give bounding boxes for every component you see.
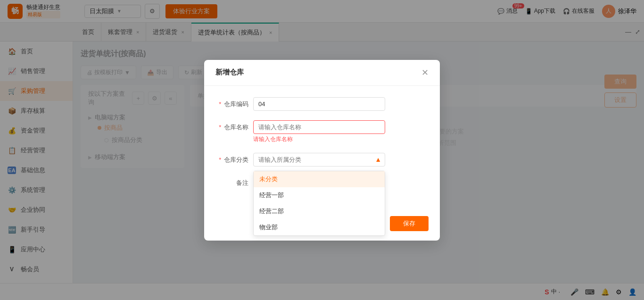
add-warehouse-modal: 新增仓库 ✕ * 仓库编码 * — [204, 60, 440, 241]
dropdown-option-uncategorized[interactable]: 未分类 — [254, 171, 385, 187]
name-input[interactable] — [253, 120, 385, 134]
dropdown-option-dept1[interactable]: 经营一部 — [254, 187, 385, 203]
name-field-row: * 仓库名称 请输入仓库名称 — [215, 120, 429, 143]
dropdown-arrow-icon[interactable]: ▲ — [375, 156, 381, 163]
modal-overlay: 新增仓库 ✕ * 仓库编码 * — [73, 42, 644, 300]
dropdown-option-dept2[interactable]: 经营二部 — [254, 203, 385, 219]
required-star-code: * — [219, 100, 221, 108]
name-label: * 仓库名称 — [215, 120, 253, 132]
category-dropdown: ▲ 未分类 经营一部 经营二部 物业部 — [253, 153, 385, 167]
required-star-category: * — [219, 156, 221, 163]
modal-title: 新增仓库 — [215, 68, 244, 77]
code-label: * 仓库编码 — [215, 97, 253, 108]
main-layout: 🏠 首页 📈 销售管理 🛒 采购管理 📦 库存核算 💰 资金管理 📋 经营管理 … — [0, 42, 644, 300]
modal-header: 新增仓库 ✕ — [204, 60, 440, 86]
note-label: 备注 — [215, 176, 253, 187]
category-input[interactable] — [253, 153, 385, 167]
code-input[interactable] — [253, 97, 385, 111]
dropdown-option-property[interactable]: 物业部 — [254, 219, 385, 235]
category-field-row: * 仓库分类 ▲ 未分类 经营一部 经营二部 物业部 — [215, 153, 429, 167]
required-star-name: * — [219, 124, 221, 131]
code-field-row: * 仓库编码 — [215, 97, 429, 111]
content-area: 进货单统计(按商品) 🖨 按模板打印 ▼ 📤 导出 ↻ 刷新 — [73, 42, 644, 300]
modal-body: * 仓库编码 * 仓库名称 请输入仓库名称 — [204, 86, 440, 210]
save-button[interactable]: 保存 — [390, 216, 429, 231]
modal-close-icon[interactable]: ✕ — [421, 67, 429, 78]
category-dropdown-list: 未分类 经营一部 经营二部 物业部 — [253, 171, 385, 236]
name-field-wrapper: 请输入仓库名称 — [253, 120, 385, 143]
category-label: * 仓库分类 — [215, 153, 253, 164]
name-error-msg: 请输入仓库名称 — [253, 135, 385, 143]
